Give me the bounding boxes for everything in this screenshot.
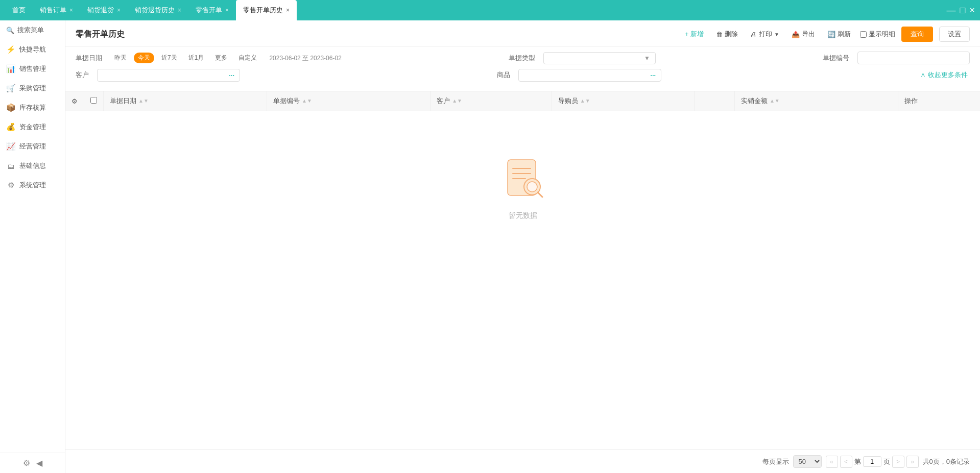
filter-collapse-btn[interactable]: ∧ 收起更多条件 — [918, 68, 970, 82]
tab-retail-open-close[interactable]: × — [225, 7, 229, 14]
export-button[interactable]: 📤 导出 — [788, 28, 818, 41]
top-tabbar: 首页 销售订单 × 销货退货 × 销货退货历史 × 零售开单 × 零售开单历史 … — [0, 0, 980, 20]
per-page-select[interactable]: 50 10 20 100 — [793, 455, 822, 468]
customer-filter-label: 客户 — [76, 70, 89, 80]
product-filter-input[interactable]: ··· — [518, 69, 661, 82]
sidebar-item-quick-nav-label: 快捷导航 — [19, 45, 46, 54]
product-filter-label: 商品 — [497, 70, 510, 80]
th-checkbox[interactable] — [84, 91, 104, 111]
th-customer[interactable]: 客户 ▲▼ — [431, 91, 552, 111]
sidebar-item-sys-mgmt[interactable]: ⚙ 系统管理 — [0, 176, 65, 195]
tab-sales-return-history-label: 销货退货历史 — [135, 6, 175, 15]
window-minimize-btn[interactable]: — — [947, 5, 956, 16]
filter-area: 单据日期 昨天 今天 近7天 近1月 更多 自定义 2023-06-02 至 2… — [65, 46, 980, 91]
filter-row-1: 单据日期 昨天 今天 近7天 近1月 更多 自定义 2023-06-02 至 2… — [76, 52, 970, 64]
display-detail-label: 显示明细 — [869, 30, 895, 39]
page-label: 第 — [854, 457, 861, 466]
purchase-mgmt-icon: 🛒 — [6, 84, 15, 93]
page-last-btn[interactable]: » — [906, 456, 919, 468]
display-detail-toggle[interactable]: 显示明细 — [860, 30, 895, 39]
th-amount-sort-icon: ▲▼ — [770, 98, 780, 104]
page-next-btn[interactable]: > — [892, 456, 904, 468]
th-date-sort-icon: ▲▼ — [138, 98, 149, 104]
sidebar-bottom: ⚙ ◀ — [0, 453, 65, 473]
th-date[interactable]: 单据日期 ▲▼ — [104, 91, 267, 111]
sidebar-collapse-icon[interactable]: ◀ — [36, 458, 42, 468]
tab-sales-return-close[interactable]: × — [117, 7, 121, 14]
page-total: 共0页，0条记录 — [923, 457, 970, 466]
th-action: 操作 — [898, 91, 980, 111]
settings-button[interactable]: 设置 — [939, 27, 970, 42]
sidebar-item-inventory[interactable]: 📦 库存核算 — [0, 98, 65, 117]
sidebar-search[interactable]: 🔍 搜索菜单 — [0, 20, 65, 40]
th-guide[interactable]: 导购员 ▲▼ — [552, 91, 694, 111]
th-settings[interactable]: ⚙ — [65, 91, 84, 111]
th-order-no[interactable]: 单据编号 ▲▼ — [267, 91, 431, 111]
th-order-no-label: 单据编号 — [273, 96, 300, 106]
page-input[interactable] — [863, 456, 881, 467]
th-action-label: 操作 — [904, 97, 918, 105]
filter-dates: 昨天 今天 近7天 近1月 更多 自定义 — [110, 53, 261, 63]
filter-row-2: 客户 ··· 商品 ··· ∧ 收起更多条件 — [76, 68, 970, 82]
date-btn-1month[interactable]: 近1月 — [184, 53, 208, 63]
sidebar-settings-icon[interactable]: ⚙ — [23, 458, 30, 468]
date-filter-label: 单据日期 — [76, 54, 102, 63]
tab-sales-order[interactable]: 销售订单 × — [33, 0, 80, 20]
page-first-btn[interactable]: « — [826, 456, 838, 468]
refresh-button[interactable]: 🔄 刷新 — [824, 28, 854, 41]
tab-sales-order-close[interactable]: × — [69, 7, 73, 14]
display-detail-checkbox[interactable] — [860, 31, 867, 38]
tab-retail-open[interactable]: 零售开单 × — [188, 0, 236, 20]
delete-icon: 🗑 — [716, 31, 723, 38]
sidebar-item-sales-mgmt[interactable]: 📊 销售管理 — [0, 59, 65, 79]
tab-retail-open-history[interactable]: 零售开单历史 × — [236, 0, 297, 20]
window-close-btn[interactable]: × — [969, 5, 975, 16]
tab-retail-open-history-close[interactable]: × — [286, 7, 290, 14]
page-prev-btn[interactable]: < — [840, 456, 852, 468]
type-filter-label: 单据类型 — [509, 54, 535, 63]
sidebar-item-finance[interactable]: 💰 资金管理 — [0, 117, 65, 137]
window-maximize-btn[interactable]: □ — [960, 5, 966, 16]
type-filter-arrow: ▼ — [644, 55, 650, 62]
tab-sales-return-history[interactable]: 销货退货历史 × — [128, 0, 188, 20]
date-btn-yesterday[interactable]: 昨天 — [110, 53, 131, 63]
customer-filter-input[interactable]: ··· — [97, 69, 240, 82]
tab-sales-return[interactable]: 销货退货 × — [80, 0, 128, 20]
query-button[interactable]: 查询 — [901, 27, 933, 42]
search-icon: 🔍 — [6, 27, 14, 34]
order-no-filter-input[interactable] — [857, 52, 970, 64]
tab-home[interactable]: 首页 — [5, 0, 33, 20]
svg-line-6 — [538, 192, 542, 197]
sidebar-item-quick-nav[interactable]: ⚡ 快捷导航 — [0, 40, 65, 59]
sidebar: 🔍 搜索菜单 ⚡ 快捷导航 📊 销售管理 🛒 采购管理 📦 库存核算 💰 资金管… — [0, 20, 65, 473]
date-btn-today[interactable]: 今天 — [134, 53, 154, 63]
table-header: ⚙ 单据日期 ▲▼ 单据编号 — [65, 91, 980, 111]
sidebar-item-finance-label: 资金管理 — [19, 122, 46, 132]
th-amount[interactable]: 实销金额 ▲▼ — [734, 91, 898, 111]
select-all-checkbox[interactable] — [90, 97, 97, 104]
data-table: ⚙ 单据日期 ▲▼ 单据编号 — [65, 91, 980, 111]
print-dropdown-icon: ▼ — [774, 32, 779, 37]
tab-home-label: 首页 — [12, 6, 26, 15]
print-button[interactable]: 🖨 打印 ▼ — [747, 28, 782, 41]
date-range-container: 2023-06-02 至 2023-06-02 — [269, 53, 341, 63]
empty-icon — [497, 152, 548, 203]
empty-text: 暂无数据 — [509, 211, 537, 220]
add-button[interactable]: + 新增 — [682, 28, 707, 41]
sidebar-item-base-info[interactable]: 🗂 基础信息 — [0, 156, 65, 176]
th-date-label: 单据日期 — [110, 96, 136, 106]
sidebar-item-purchase-mgmt[interactable]: 🛒 采购管理 — [0, 79, 65, 98]
sales-mgmt-icon: 📊 — [6, 64, 15, 73]
date-btn-more[interactable]: 更多 — [211, 53, 231, 63]
date-btn-7days[interactable]: 近7天 — [157, 53, 181, 63]
operations-icon: 📈 — [6, 142, 15, 151]
tab-sales-return-history-close[interactable]: × — [178, 7, 181, 14]
delete-button[interactable]: 🗑 删除 — [713, 28, 741, 41]
print-icon: 🖨 — [750, 31, 757, 38]
sidebar-search-label: 搜索菜单 — [17, 26, 44, 35]
date-btn-custom[interactable]: 自定义 — [234, 53, 261, 63]
delete-label: 删除 — [725, 30, 738, 39]
tab-sales-order-label: 销售订单 — [40, 6, 66, 15]
sidebar-item-operations[interactable]: 📈 经营管理 — [0, 137, 65, 156]
type-filter-select[interactable]: ▼ — [543, 52, 656, 64]
